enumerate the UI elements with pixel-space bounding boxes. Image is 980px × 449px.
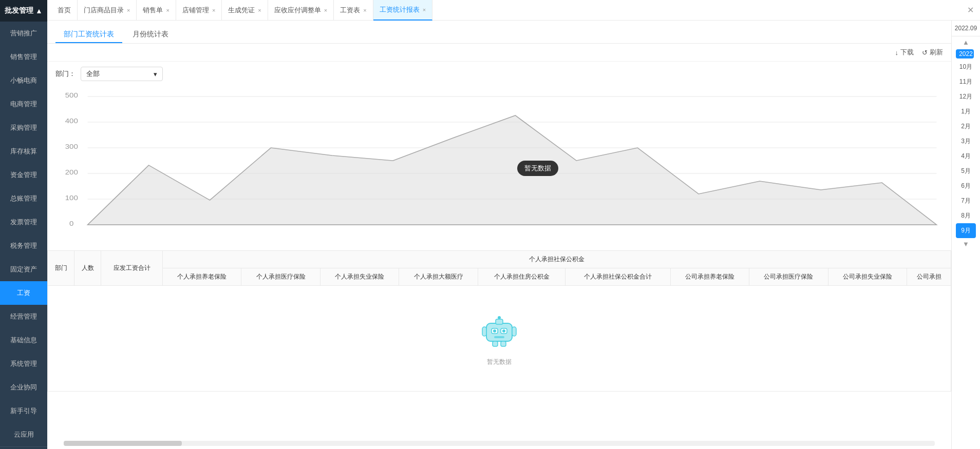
tab-门店商品目录[interactable]: 门店商品目录× [78, 0, 137, 21]
sidebar-item-税务管理[interactable]: 税务管理 [0, 234, 47, 258]
calendar-panel: 2022.09 ▲ 202210月11月12月1月2月3月4月5月6月7月8月9… [951, 21, 980, 449]
sidebar-item-库存核算[interactable]: 库存核算 [0, 140, 47, 163]
th-sub-公司承担养老保险: 公司承担养老保险 [670, 268, 749, 286]
download-button[interactable]: ↓ 下载 [895, 48, 914, 57]
sub-tabs: 部门工资统计表 月份统计表 [47, 21, 951, 44]
empty-state: 暂无数据 [51, 290, 948, 387]
svg-rect-19 [496, 319, 503, 324]
calendar-month-11月[interactable]: 11月 [956, 74, 976, 89]
svg-text:200: 200 [65, 169, 79, 175]
tab-close-icon[interactable]: × [127, 7, 130, 13]
svg-text:100: 100 [65, 194, 79, 201]
svg-rect-23 [493, 341, 498, 346]
tab-工资表[interactable]: 工资表× [334, 0, 373, 21]
sidebar-item-系统管理[interactable]: 系统管理 [0, 352, 47, 376]
calendar-month-4月[interactable]: 4月 [956, 149, 976, 164]
calendar-month-3月[interactable]: 3月 [956, 134, 976, 149]
empty-robot-icon [479, 310, 520, 352]
refresh-label: 刷新 [930, 48, 943, 57]
tab-店铺管理[interactable]: 店铺管理× [176, 0, 222, 21]
tab-应收应付调整单[interactable]: 应收应付调整单× [268, 0, 334, 21]
refresh-button[interactable]: ↺ 刷新 [922, 48, 943, 57]
sidebar-item-总账管理[interactable]: 总账管理 [0, 187, 47, 210]
tab-label: 应收应付调整单 [274, 6, 321, 15]
svg-text:0: 0 [69, 220, 74, 227]
sidebar-item-基础信息[interactable]: 基础信息 [0, 328, 47, 352]
svg-text:300: 300 [65, 143, 79, 150]
main-content: 首页门店商品目录×销售单×店铺管理×生成凭证×应收应付调整单×工资表×工资统计报… [47, 0, 980, 449]
svg-point-17 [502, 329, 505, 333]
data-table: 部门 人数 应发工资合计 个人承担社保公积金 个人承担养老保险个人承担医疗保险个… [47, 250, 951, 392]
calendar-month-2月[interactable]: 2月 [956, 119, 976, 134]
sub-tab-monthly[interactable]: 月份统计表 [124, 27, 177, 43]
th-sub-个人承担社保公积金合计: 个人承担社保公积金合计 [566, 268, 670, 286]
sidebar-item-云应用[interactable]: 云应用 [0, 423, 47, 446]
tab-label: 首页 [58, 6, 71, 15]
chart-no-data-tooltip: 暂无数据 [517, 161, 558, 176]
calendar-month-5月[interactable]: 5月 [956, 164, 976, 179]
calendar-month-1月[interactable]: 1月 [956, 104, 976, 119]
sidebar-item-电商管理[interactable]: 电商管理 [0, 92, 47, 116]
tab-close-icon[interactable]: × [212, 7, 215, 13]
th-count: 人数 [74, 251, 101, 286]
tab-销售单[interactable]: 销售单× [137, 0, 176, 21]
tab-生成凭证[interactable]: 生成凭证× [222, 0, 268, 21]
tab-close-icon[interactable]: × [363, 7, 366, 13]
tab-close-icon[interactable]: × [423, 7, 426, 13]
calendar-month-7月[interactable]: 7月 [956, 193, 976, 208]
sidebar: 批发管理 ▲ 营销推广销售管理小畅电商电商管理采购管理库存核算资金管理总账管理发… [0, 0, 47, 449]
sidebar-title[interactable]: 批发管理 ▲ [0, 0, 47, 22]
calendar-month-12月[interactable]: 12月 [956, 89, 976, 104]
sidebar-item-销售管理[interactable]: 销售管理 [0, 45, 47, 69]
sidebar-item-经营管理[interactable]: 经营管理 [0, 305, 47, 328]
sub-tab-department[interactable]: 部门工资统计表 [55, 27, 122, 43]
tab-close-icon[interactable]: × [258, 7, 261, 13]
table-empty: 暂无数据 [48, 286, 951, 392]
th-sub-公司承担: 公司承担 [907, 268, 951, 286]
sidebar-item-资金管理[interactable]: 资金管理 [0, 163, 47, 187]
sidebar-item-发票管理[interactable]: 发票管理 [0, 210, 47, 234]
calendar-month-8月[interactable]: 8月 [956, 208, 976, 223]
sidebar-item-营销推广[interactable]: 营销推广 [0, 22, 47, 45]
tab-工资统计报表[interactable]: 工资统计报表× [373, 0, 432, 21]
page-area: 部门工资统计表 月份统计表 ↓ 下载 ↺ 刷新 部门： 全部 ▾ [47, 21, 980, 449]
th-sub-个人承担大额医疗: 个人承担大额医疗 [399, 268, 478, 286]
calendar-year-badge[interactable]: 2022 [956, 49, 974, 58]
area-chart: 500 400 300 200 100 0 [55, 91, 943, 240]
th-sub-个人承担住房公积金: 个人承担住房公积金 [478, 268, 565, 286]
sidebar-item-采购管理[interactable]: 采购管理 [0, 116, 47, 140]
tab-label: 工资统计报表 [380, 5, 420, 14]
th-sub-个人承担失业保险: 个人承担失业保险 [320, 268, 399, 286]
svg-rect-18 [494, 336, 504, 338]
download-label: 下载 [900, 48, 914, 57]
sidebar-item-新手引导[interactable]: 新手引导 [0, 399, 47, 423]
tab-首页[interactable]: 首页 [51, 0, 78, 21]
calendar-up-nav[interactable]: ▲ [952, 36, 980, 48]
calendar-months: 202210月11月12月1月2月3月4月5月6月7月8月9月 [956, 48, 976, 238]
calendar-month-9月[interactable]: 9月 [956, 223, 976, 238]
tab-label: 工资表 [340, 6, 360, 15]
sidebar-item-固定资产[interactable]: 固定资产 [0, 258, 47, 281]
tab-bar: 首页门店商品目录×销售单×店铺管理×生成凭证×应收应付调整单×工资表×工资统计报… [47, 0, 980, 21]
tabs-container: 首页门店商品目录×销售单×店铺管理×生成凭证×应收应付调整单×工资表×工资统计报… [51, 0, 961, 21]
chart-container: 暂无数据 500 400 300 200 100 0 [47, 86, 951, 250]
sidebar-item-工资[interactable]: 工资 [0, 281, 47, 305]
svg-rect-24 [501, 341, 506, 346]
close-all-button[interactable]: ✕ [961, 5, 980, 15]
tab-close-icon[interactable]: × [324, 7, 327, 13]
sidebar-item-小畅电商[interactable]: 小畅电商 [0, 69, 47, 92]
department-select[interactable]: 全部 ▾ [81, 67, 163, 81]
calendar-month-10月[interactable]: 10月 [956, 60, 976, 74]
tab-close-icon[interactable]: × [166, 7, 169, 13]
calendar-down-nav[interactable]: ▼ [952, 238, 980, 250]
sidebar-item-企业协同[interactable]: 企业协同 [0, 376, 47, 399]
bottom-scrollbar[interactable] [64, 441, 935, 446]
download-icon: ↓ [895, 49, 899, 56]
bottom-scrollbar-container [47, 438, 951, 449]
chevron-down-icon: ▾ [154, 70, 157, 78]
page-body: 部门工资统计表 月份统计表 ↓ 下载 ↺ 刷新 部门： 全部 ▾ [47, 21, 951, 449]
th-sub-公司承担医疗保险: 公司承担医疗保险 [749, 268, 828, 286]
scrollbar-thumb [64, 441, 182, 446]
calendar-month-6月[interactable]: 6月 [956, 179, 976, 193]
refresh-icon: ↺ [922, 49, 928, 56]
